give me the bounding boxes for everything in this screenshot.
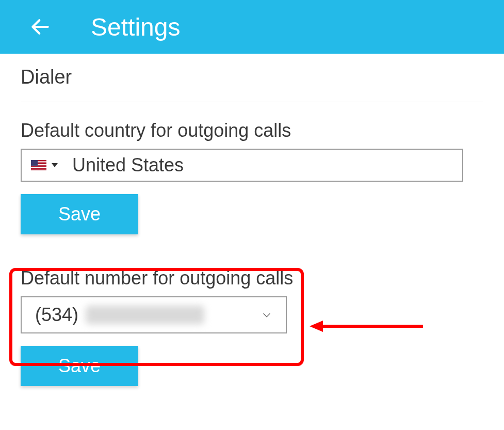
section-heading-dialer: Dialer [21, 66, 483, 88]
chevron-down-icon [261, 309, 272, 321]
number-prefix: (534) [35, 304, 78, 326]
arrow-left-icon [29, 15, 52, 38]
flag-us-icon [31, 160, 46, 170]
content-area: Dialer Default country for outgoing call… [0, 54, 504, 386]
country-select[interactable]: United States [21, 149, 463, 182]
country-value: United States [72, 154, 184, 176]
back-button[interactable] [29, 15, 52, 38]
number-select[interactable]: (534) [21, 296, 287, 333]
country-label: Default country for outgoing calls [21, 120, 483, 141]
page-title: Settings [91, 13, 180, 41]
save-number-button[interactable]: Save [21, 346, 138, 386]
divider [21, 102, 483, 102]
redacted-number [86, 306, 204, 324]
number-section: Default number for outgoing calls (534) … [21, 267, 483, 386]
caret-down-icon [52, 163, 58, 167]
app-header: Settings [0, 0, 504, 54]
save-country-button[interactable]: Save [21, 194, 138, 234]
number-label: Default number for outgoing calls [21, 267, 483, 289]
